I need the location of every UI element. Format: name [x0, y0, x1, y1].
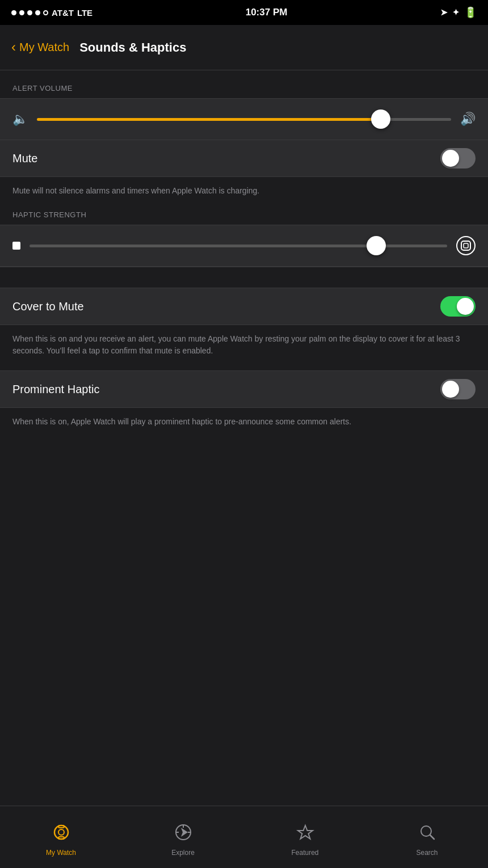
status-right: ➤ ✦ 🔋: [440, 6, 477, 19]
main-content: Alert Volume Mute Mute will not silence …: [0, 70, 488, 509]
dot-5: [43, 10, 48, 15]
signal-dots: [11, 10, 48, 15]
dot-1: [11, 10, 16, 15]
svg-line-13: [430, 835, 434, 839]
mute-label: Mute: [12, 152, 37, 165]
mute-info-text: Mute will not silence alarms and timers …: [0, 177, 488, 210]
back-label: My Watch: [19, 41, 69, 54]
page-title: Sounds & Haptics: [79, 40, 186, 55]
svg-rect-4: [58, 837, 64, 839]
status-bar: AT&T LTE 10:37 PM ➤ ✦ 🔋: [0, 0, 488, 25]
prominent-haptic-section: Prominent Haptic: [0, 370, 488, 408]
svg-rect-0: [461, 241, 470, 250]
volume-low-icon: [12, 112, 28, 127]
prominent-haptic-knob: [442, 381, 459, 398]
nav-header: ‹ My Watch Sounds & Haptics: [0, 25, 488, 70]
cover-to-mute-section: Cover to Mute: [0, 288, 488, 325]
spacer-1: [0, 267, 488, 288]
volume-slider-track[interactable]: [37, 118, 451, 121]
prominent-haptic-row: Prominent Haptic: [0, 371, 488, 407]
back-chevron-icon: ‹: [11, 39, 16, 55]
dot-3: [27, 10, 32, 15]
search-tab-label: Search: [416, 849, 437, 857]
prominent-haptic-toggle[interactable]: [440, 379, 476, 399]
my-watch-tab-label: My Watch: [46, 849, 76, 857]
svg-marker-11: [298, 825, 313, 839]
svg-point-5: [58, 829, 64, 835]
haptic-min-icon: [12, 242, 20, 250]
haptic-slider-container[interactable]: [30, 234, 447, 257]
svg-rect-1: [464, 243, 468, 248]
my-watch-icon: [52, 823, 70, 845]
alert-volume-header: Alert Volume: [0, 84, 488, 98]
volume-slider-container[interactable]: [37, 108, 451, 130]
prominent-haptic-label: Prominent Haptic: [12, 383, 99, 396]
dot-2: [19, 10, 24, 15]
search-icon: [418, 823, 436, 845]
cover-to-mute-knob: [457, 298, 474, 315]
svg-marker-7: [181, 828, 188, 837]
haptic-slider-track[interactable]: [30, 245, 447, 247]
haptic-slider-row[interactable]: [0, 225, 488, 267]
cover-to-mute-toggle[interactable]: [440, 296, 476, 317]
cover-to-mute-row: Cover to Mute: [0, 288, 488, 325]
alert-volume-section: Mute: [0, 98, 488, 177]
haptic-strength-header: Haptic Strength: [0, 210, 488, 225]
mute-toggle[interactable]: [440, 148, 476, 168]
network-label: LTE: [77, 8, 92, 18]
cover-to-mute-description: When this is on and you receive an alert…: [0, 325, 488, 370]
explore-tab-label: Explore: [171, 849, 195, 857]
dot-4: [35, 10, 40, 15]
volume-high-icon: [460, 112, 476, 127]
cover-to-mute-label: Cover to Mute: [12, 300, 84, 313]
tab-my-watch[interactable]: My Watch: [0, 818, 122, 857]
tab-search[interactable]: Search: [366, 818, 488, 857]
haptic-max-icon: [456, 236, 476, 255]
tab-explore[interactable]: Explore: [122, 818, 244, 857]
battery-icon: 🔋: [464, 6, 477, 19]
featured-icon: [296, 823, 314, 845]
tab-featured[interactable]: Featured: [244, 818, 366, 857]
haptic-strength-section: [0, 225, 488, 267]
mute-toggle-knob: [442, 150, 459, 167]
mute-row: Mute: [0, 140, 488, 176]
prominent-haptic-description: When this is on, Apple Watch will play a…: [0, 408, 488, 441]
back-button[interactable]: ‹ My Watch: [11, 40, 69, 55]
explore-icon: [174, 823, 192, 845]
tab-bar: My Watch Explore Featured: [0, 806, 488, 868]
location-icon: ➤: [440, 7, 448, 18]
status-left: AT&T LTE: [11, 8, 92, 18]
bluetooth-icon: ✦: [452, 7, 460, 18]
carrier-label: AT&T: [52, 8, 74, 18]
haptic-slider-thumb[interactable]: [367, 236, 386, 255]
volume-slider-thumb[interactable]: [371, 109, 390, 129]
featured-tab-label: Featured: [291, 849, 318, 857]
status-time: 10:37 PM: [246, 7, 288, 18]
volume-slider-row[interactable]: [0, 99, 488, 140]
svg-rect-3: [58, 825, 64, 828]
